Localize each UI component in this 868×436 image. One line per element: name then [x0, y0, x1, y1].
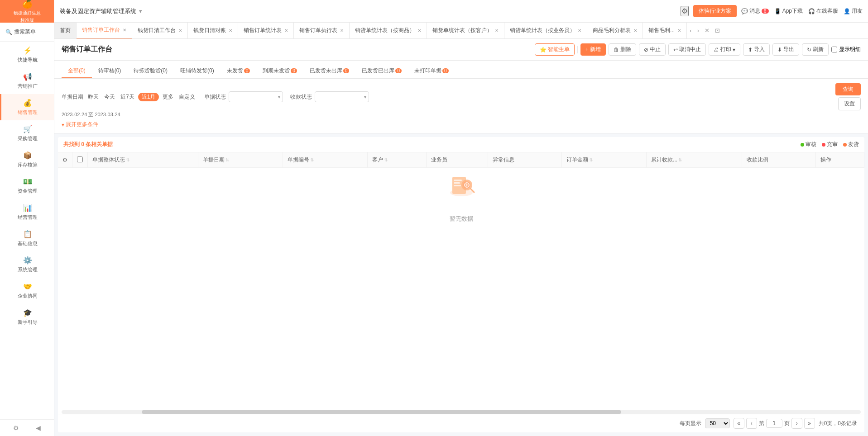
sub-tab-pending-audit[interactable]: 待审核(0) — [92, 64, 128, 78]
sidebar-item-purchase[interactable]: 🛒 采购管理 — [0, 120, 54, 147]
sub-tab-not-shipped[interactable]: 未发货0 — [221, 64, 257, 78]
tab-sales-sum-customer[interactable]: 销货单统计表（按客户） ✕ — [427, 23, 504, 39]
add-button[interactable]: + 新增 — [580, 43, 606, 56]
sidebar-item-marketing[interactable]: 📢 营销推广 — [0, 68, 54, 94]
tab-close-button[interactable]: ✕ — [417, 28, 421, 33]
stop-button[interactable]: ⊘ 中止 — [639, 43, 666, 56]
date-custom-btn[interactable]: 自定义 — [177, 92, 197, 102]
payment-select[interactable] — [315, 91, 369, 102]
sidebar-item-basic[interactable]: 📋 基础信息 — [0, 225, 54, 251]
select-all-checkbox[interactable] — [77, 156, 83, 162]
last-page-button[interactable]: » — [804, 418, 815, 429]
service-icon: 🎧 — [808, 8, 815, 14]
tab-close-button[interactable]: ✕ — [284, 28, 288, 33]
tab-sales-sum-staff[interactable]: 销货单统计表（按业务员） ✕ — [504, 23, 587, 39]
sidebar-item-finance[interactable]: 💵 资金管理 — [0, 173, 54, 199]
tab-nav-expand-button[interactable]: ⊡ — [712, 23, 723, 39]
tab-sales-sum-product[interactable]: 销货单统计表（按商品） ✕ — [350, 23, 427, 39]
col-settings[interactable]: ⚙ — [58, 152, 72, 168]
status-select[interactable] — [229, 91, 283, 102]
user-menu-button[interactable]: 👤 用友 — [844, 7, 863, 15]
next-page-button[interactable]: › — [791, 418, 802, 429]
tab-nav-prev-button[interactable]: ‹ — [687, 23, 694, 39]
sub-tab-pending-inspect[interactable]: 待拣货验货(0) — [127, 64, 174, 78]
sidebar-item-quick-nav[interactable]: ⚡ 快捷导航 — [0, 42, 54, 68]
tab-nav-next-button[interactable]: › — [694, 23, 701, 39]
tab-close-button[interactable]: ✕ — [495, 28, 499, 33]
per-page-select[interactable]: 50 10 20 100 — [705, 418, 730, 428]
sidebar-item-system[interactable]: ⚙️ 系统管理 — [0, 251, 54, 278]
system-dropdown-button[interactable]: ▾ — [139, 8, 142, 14]
import-button[interactable]: ⬆ 导入 — [743, 43, 770, 56]
online-service-button[interactable]: 🎧 在线客服 — [808, 7, 838, 15]
tab-sales-exec[interactable]: 销售订单执行表 ✕ — [294, 23, 350, 39]
tab-cash-clear[interactable]: 钱货日清工作台 ✕ — [132, 23, 188, 39]
sub-tab-shipped-not-stored[interactable]: 已发货未出库0 — [303, 64, 356, 78]
sub-tab-shipped-stored[interactable]: 已发货已出库0 — [355, 64, 408, 78]
tab-close-button[interactable]: ✕ — [578, 28, 581, 33]
sub-tab-overdue[interactable]: 到期未发货0 — [256, 64, 303, 78]
sidebar-item-label: 销售管理 — [18, 109, 38, 116]
horizontal-scrollbar[interactable] — [62, 410, 861, 414]
smart-order-button[interactable]: ⭐ 智能生单 — [535, 43, 575, 56]
date-yesterday-btn[interactable]: 昨天 — [86, 92, 101, 102]
show-detail-checkbox[interactable] — [831, 47, 837, 52]
tab-close-button[interactable]: ✕ — [633, 28, 637, 33]
sidebar-logo: 🍊 畅捷通好生意 标准版 — [0, 0, 54, 23]
date-today-btn[interactable]: 今天 — [102, 92, 117, 102]
sidebar-item-guide[interactable]: 🎓 新手引导 — [0, 304, 54, 330]
tab-gross-profit[interactable]: 商品毛利分析表 ✕ — [587, 23, 643, 39]
sidebar-settings-button[interactable]: ⚙ — [13, 424, 19, 431]
tab-sales-more[interactable]: 销售毛利... ✕ — [643, 23, 687, 39]
refresh-button[interactable]: ↻ 刷新 — [802, 43, 829, 56]
query-button[interactable]: 查询 — [835, 83, 861, 95]
industry-plan-button[interactable]: 体验行业方案 — [693, 5, 737, 17]
prev-page-button[interactable]: ‹ — [746, 418, 757, 429]
date-more-btn[interactable]: 更多 — [161, 92, 175, 102]
sidebar-item-corp[interactable]: 🤝 企业协同 — [0, 278, 54, 304]
app-download-button[interactable]: 📱 App下载 — [774, 7, 803, 15]
audit-op-button[interactable]: 审核 — [801, 141, 816, 148]
tab-home[interactable]: 首页 — [54, 23, 77, 39]
tab-close-button[interactable]: ✕ — [340, 28, 344, 33]
unaudit-op-button[interactable]: 充审 — [822, 141, 838, 148]
date-7days-btn[interactable]: 近7天 — [119, 92, 136, 102]
message-button[interactable]: 💬 消息 6 — [741, 7, 769, 15]
tab-close-button[interactable]: ✕ — [677, 28, 681, 33]
tab-close-button[interactable]: ✕ — [123, 28, 126, 33]
date-1month-btn[interactable]: 近1月 — [138, 93, 159, 101]
tab-sales-stat[interactable]: 销售订单统计表 ✕ — [238, 23, 294, 39]
sidebar-item-inventory[interactable]: 📦 库存核算 — [0, 147, 54, 173]
divider — [577, 46, 578, 53]
pagination-total: 共0页，0条记录 — [819, 420, 857, 427]
sidebar-item-sales[interactable]: 💰 销售管理 — [0, 94, 54, 120]
tab-cash-reconcile[interactable]: 钱货日清对账 ✕ — [188, 23, 238, 39]
set-button[interactable]: 设置 — [838, 97, 861, 110]
tab-close-button[interactable]: ✕ — [229, 28, 232, 33]
ship-op-button[interactable]: 发货 — [843, 141, 859, 148]
page-input[interactable] — [766, 419, 782, 428]
sub-tab-not-printed[interactable]: 未打印单据0 — [408, 64, 455, 78]
sidebar-bottom: ⚙ ◀ — [0, 419, 54, 436]
print-button[interactable]: 🖨 打印 ▾ — [709, 43, 740, 56]
svg-rect-4 — [454, 185, 461, 186]
cancel-stop-button[interactable]: ↩ 取消中止 — [668, 43, 706, 56]
delete-button[interactable]: 🗑 删除 — [609, 43, 636, 56]
first-page-button[interactable]: « — [734, 418, 744, 429]
sidebar-collapse-button[interactable]: ◀ — [36, 424, 41, 431]
search-menu-button[interactable]: 🔍 搜索菜单 — [4, 26, 50, 38]
sub-tab-all[interactable]: 全部(0) — [62, 64, 92, 78]
export-button[interactable]: ⬇ 导出 — [772, 43, 799, 56]
tab-sales-order[interactable]: 销售订单工作台 ✕ — [77, 23, 132, 39]
sub-tab-wangpu[interactable]: 旺铺待发货(0) — [174, 64, 221, 78]
header-settings-button[interactable]: ⚙ — [681, 6, 689, 16]
tab-nav-close-all-button[interactable]: ✕ — [702, 23, 712, 39]
marketing-icon: 📢 — [23, 72, 32, 81]
sidebar-item-operation[interactable]: 📊 经营管理 — [0, 199, 54, 225]
table-scroll-area[interactable]: ⚙ 单据整体状态⇅ 单据日期⇅ 单据编号⇅ 客户⇅ 业务员 异常信息 订单金额⇅ — [58, 152, 864, 410]
expand-filter-button[interactable]: ▾ 展开更多条件 — [62, 121, 98, 128]
tab-label: 钱货日清工作台 — [138, 27, 176, 34]
sort-icon: ⇅ — [126, 157, 129, 162]
tab-close-button[interactable]: ✕ — [178, 28, 182, 33]
guide-icon: 🎓 — [23, 308, 32, 317]
